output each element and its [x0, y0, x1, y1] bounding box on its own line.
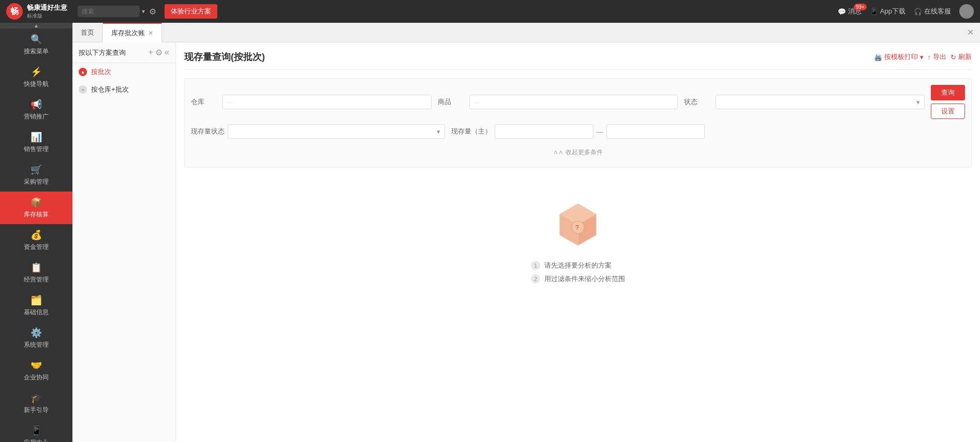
- page-title-bar: 现存量查询(按批次) 🖨️ 按模板打印 ▾ ↑ 导出 ↻: [184, 51, 972, 70]
- inventory-quantity-field: 现存量（主） —: [451, 124, 705, 139]
- quantity-max-input[interactable]: [606, 124, 705, 139]
- online-service-button[interactable]: 🎧 在线客服: [914, 7, 951, 16]
- newbie-icon: 🎓: [31, 392, 42, 404]
- sidebar-item-enterprise[interactable]: 🤝 企业协同: [0, 355, 72, 387]
- page-title: 现存量查询(按批次): [184, 51, 265, 63]
- settings-button[interactable]: 设置: [931, 104, 965, 119]
- warehouse-field: 仓库 ···: [191, 95, 432, 109]
- sales-icon: 📊: [31, 131, 42, 143]
- enterprise-icon: 🤝: [31, 360, 42, 371]
- quantity-min-input[interactable]: [495, 124, 593, 139]
- page-content: 按以下方案查询 + ⚙ « ● 按批次 ○ 按仓库+批次: [72, 42, 980, 442]
- sidebar-item-sales[interactable]: 📊 销售管理: [0, 126, 72, 159]
- svg-text:?: ?: [575, 224, 579, 231]
- topbar: 畅 畅康通好生意 标准版 ▾ ⚙ 体验行业方案 💬 消息 99+ 📱 App下载…: [0, 0, 980, 23]
- print-template-button[interactable]: 🖨️ 按模板打印 ▾: [874, 52, 924, 62]
- tab-bar: 首页 库存批次账 ✕ ✕: [72, 23, 980, 42]
- empty-illustration: ?: [552, 199, 604, 251]
- sidebar-item-search[interactable]: 🔍 搜索菜单: [0, 28, 72, 61]
- sidebar-item-basic[interactable]: 🗂️ 基础信息: [0, 289, 72, 322]
- refresh-button[interactable]: ↻ 刷新: [951, 52, 972, 62]
- export-button[interactable]: ↑ 导出: [928, 52, 947, 62]
- action-buttons: 查询 设置: [931, 85, 965, 119]
- right-panel: 现存量查询(按批次) 🖨️ 按模板打印 ▾ ↑ 导出 ↻: [176, 42, 980, 442]
- messages-button[interactable]: 💬 消息 99+: [838, 7, 862, 16]
- topbar-search: ▾ ⚙: [78, 6, 156, 17]
- app-logo: 畅: [6, 3, 23, 20]
- settings-icon[interactable]: ⚙: [149, 7, 156, 17]
- status-dropdown-icon: ▾: [916, 98, 920, 106]
- left-panel-actions: + ⚙ «: [149, 48, 169, 57]
- left-panel: 按以下方案查询 + ⚙ « ● 按批次 ○ 按仓库+批次: [72, 42, 176, 442]
- product-input[interactable]: ···: [469, 95, 678, 109]
- topbar-right: 💬 消息 99+ 📱 App下载 🎧 在线客服: [838, 4, 974, 19]
- inventory-status-field: 现存量状态 ▾: [191, 124, 445, 139]
- filter-section: 仓库 ··· 商品 ··· 状态: [184, 78, 972, 168]
- sidebar-item-system[interactable]: ⚙️ 系统管理: [0, 322, 72, 355]
- product-field: 商品 ···: [438, 95, 678, 109]
- status-label: 状态: [684, 97, 712, 107]
- status-select[interactable]: ▾: [716, 95, 925, 109]
- search-input[interactable]: [78, 6, 140, 17]
- warehouse-input[interactable]: ···: [222, 95, 432, 109]
- inventory-status-dropdown-icon: ▾: [437, 128, 440, 136]
- collapse-bar[interactable]: ∧∧ 收起更多条件: [191, 144, 965, 161]
- empty-state: ? 1 请先选择要分析的方案 2 用过滤条件来缩小分析范围: [184, 168, 972, 315]
- collapse-panel-icon[interactable]: «: [165, 48, 169, 57]
- tab-batch-account[interactable]: 库存批次账 ✕: [103, 23, 162, 42]
- inventory-quantity-range: —: [495, 124, 705, 139]
- sidebar-scroll-up[interactable]: ▲: [0, 23, 72, 28]
- warehouse-label: 仓库: [191, 97, 219, 107]
- operations-icon: 📋: [31, 262, 42, 273]
- app-brand: 畅康通好生意 标准版: [27, 3, 67, 20]
- phone-icon: 📱: [870, 8, 878, 16]
- sidebar-item-purchase[interactable]: 🛒 采购管理: [0, 159, 72, 191]
- search-dropdown[interactable]: ▾: [142, 8, 145, 15]
- trial-button[interactable]: 体验行业方案: [165, 4, 217, 19]
- search-icon: 🔍: [31, 34, 42, 45]
- status-field: 状态 ▾: [684, 95, 925, 109]
- sidebar-item-newbie[interactable]: 🎓 新手引导: [0, 387, 72, 420]
- panel-item-by-warehouse-batch[interactable]: ○ 按仓库+批次: [72, 81, 175, 98]
- headset-icon: 🎧: [914, 8, 922, 16]
- app-download-button[interactable]: 📱 App下载: [870, 7, 905, 16]
- empty-tips: 1 请先选择要分析的方案 2 用过滤条件来缩小分析范围: [531, 261, 625, 284]
- active-dot: ●: [79, 68, 87, 76]
- quick-nav-icon: ⚡: [31, 66, 42, 78]
- content-area: 首页 库存批次账 ✕ ✕ 按以下方案查询 + ⚙ «: [72, 23, 980, 442]
- product-label: 商品: [438, 97, 466, 107]
- purchase-icon: 🛒: [31, 164, 42, 175]
- tab-home[interactable]: 首页: [72, 23, 103, 42]
- panel-item-by-batch[interactable]: ● 按批次: [72, 63, 175, 81]
- inventory-icon: 📦: [31, 197, 42, 208]
- left-panel-header: 按以下方案查询 + ⚙ «: [72, 42, 175, 63]
- tab-bar-close-button[interactable]: ✕: [961, 27, 980, 37]
- empty-tip-1: 1 请先选择要分析的方案: [531, 261, 625, 270]
- inventory-status-select[interactable]: ▾: [228, 124, 445, 139]
- collapse-icon: ∧∧: [553, 149, 563, 156]
- basic-icon: 🗂️: [31, 294, 42, 306]
- sidebar-item-quick-nav[interactable]: ⚡ 快捷导航: [0, 61, 72, 94]
- sidebar-item-operations[interactable]: 📋 经营管理: [0, 257, 72, 289]
- inventory-status-label: 现存量状态: [191, 127, 225, 136]
- inventory-quantity-label: 现存量（主）: [451, 127, 492, 136]
- sidebar-item-finance[interactable]: 💰 资金管理: [0, 224, 72, 257]
- title-actions: 🖨️ 按模板打印 ▾ ↑ 导出 ↻ 刷新: [874, 52, 972, 62]
- add-scheme-icon[interactable]: +: [149, 48, 153, 57]
- filter-row-2: 现存量状态 ▾ 现存量（主） —: [191, 124, 965, 139]
- app-center-icon: 📱: [31, 425, 42, 436]
- marketing-icon: 📢: [31, 99, 42, 110]
- print-icon: 🖨️: [874, 53, 882, 61]
- avatar[interactable]: [959, 4, 974, 19]
- system-icon: ⚙️: [31, 327, 42, 338]
- message-icon: 💬: [838, 8, 846, 16]
- sidebar-item-inventory[interactable]: 📦 库存核算: [0, 191, 72, 224]
- main-layout: ▲ 🔍 搜索菜单 ⚡ 快捷导航 📢 营销推广 📊 销售管理 🛒 采购管理 📦 库…: [0, 23, 980, 442]
- sidebar-item-marketing[interactable]: 📢 营销推广: [0, 94, 72, 126]
- empty-tip-2: 2 用过滤条件来缩小分析范围: [531, 274, 625, 284]
- export-icon: ↑: [928, 53, 931, 61]
- tab-close-icon[interactable]: ✕: [148, 30, 153, 37]
- sidebar-item-app-center[interactable]: 📱 应用中心: [0, 420, 72, 442]
- scheme-settings-icon[interactable]: ⚙: [155, 48, 162, 57]
- query-button[interactable]: 查询: [931, 85, 965, 100]
